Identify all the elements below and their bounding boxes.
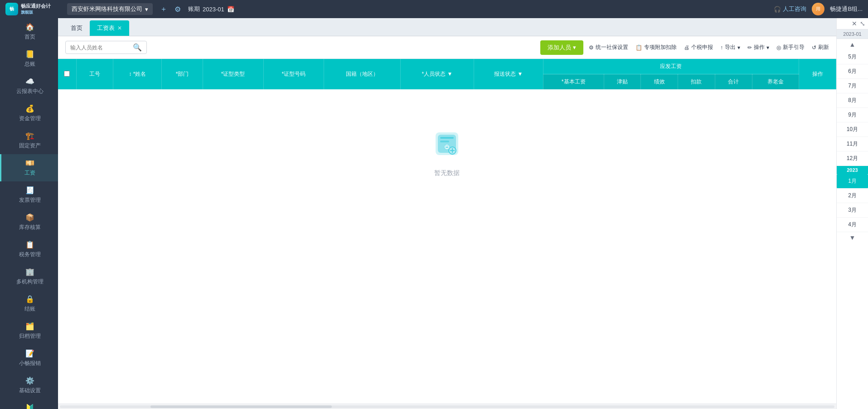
month-4[interactable]: 4月 bbox=[837, 218, 868, 232]
tab-salary-table[interactable]: 工资表 ✕ bbox=[90, 20, 129, 36]
sidebar-item-cloud-report[interactable]: ☁️ 云报表中心 bbox=[0, 73, 58, 100]
select-all-checkbox[interactable] bbox=[64, 71, 70, 77]
sidebar-item-guide[interactable]: 🔰 新手引导 bbox=[0, 399, 58, 409]
tab-close-icon[interactable]: ✕ bbox=[117, 25, 122, 31]
month-7[interactable]: 7月 bbox=[837, 79, 868, 93]
sidebar-item-expense[interactable]: 📝 小畅报销 bbox=[0, 345, 58, 372]
tab-home[interactable]: 首页 bbox=[63, 20, 90, 36]
sidebar-item-multi-org[interactable]: 🏢 多机构管理 bbox=[0, 263, 58, 290]
sidebar-item-close[interactable]: 🔒 结账 bbox=[0, 290, 58, 317]
content-area: 首页 工资表 ✕ 🔍 添加人员 ▾ ⚙ 统一社保设置 bbox=[58, 18, 836, 409]
sidebar-label-settings: 基础设置 bbox=[19, 387, 41, 394]
inventory-icon: 📦 bbox=[25, 213, 34, 222]
sidebar-label-multi-org: 多机构管理 bbox=[16, 278, 44, 286]
user-avatar[interactable]: 用 bbox=[812, 3, 824, 15]
panel-expand-icon[interactable]: ⤡ bbox=[860, 20, 865, 27]
empty-text: 暂无数据 bbox=[434, 169, 460, 177]
logo-area: 畅 畅应通好会计 旗舰版 bbox=[5, 3, 63, 15]
period-label: 账期 bbox=[188, 5, 200, 13]
tax-report-icon: 🖨 bbox=[684, 44, 689, 51]
month-10[interactable]: 10月 bbox=[837, 122, 868, 137]
main-layout: 🏠 首页 📒 总账 ☁️ 云报表中心 💰 资金管理 🏗️ 固定资产 💴 工资 🧾… bbox=[0, 18, 868, 409]
asset-icon: 🏗️ bbox=[25, 131, 34, 140]
month-5[interactable]: 5月 bbox=[837, 50, 868, 64]
company-selector[interactable]: 西安虾米网络科技有限公司 ▾ bbox=[67, 3, 153, 15]
date-panel-header: 2023-01 bbox=[837, 29, 868, 39]
app-name: 畅应通好会计 bbox=[21, 3, 51, 9]
month-12[interactable]: 12月 bbox=[837, 151, 868, 166]
period-value: 2023-01 bbox=[203, 6, 224, 13]
social-security-button[interactable]: ⚙ 统一社保设置 bbox=[589, 44, 628, 51]
month-1[interactable]: 1月 bbox=[837, 174, 868, 189]
date-nav-up[interactable]: ▲ bbox=[837, 39, 868, 50]
calendar-icon[interactable]: 📅 bbox=[227, 6, 234, 13]
refresh-icon: ↺ bbox=[812, 44, 816, 51]
sidebar-item-asset[interactable]: 🏗️ 固定资产 bbox=[0, 127, 58, 154]
date-nav-down[interactable]: ▼ bbox=[837, 232, 868, 243]
scrollbar-thumb[interactable] bbox=[150, 405, 332, 408]
sidebar-label-expense: 小畅报销 bbox=[19, 360, 41, 367]
export-dropdown-icon: ▾ bbox=[737, 44, 740, 51]
operation-icon: ✏ bbox=[747, 44, 752, 51]
add-company-button[interactable]: ＋ bbox=[158, 3, 169, 16]
refresh-button[interactable]: ↺ 刷新 bbox=[812, 44, 829, 51]
user-name: 畅捷通B组... bbox=[830, 5, 863, 13]
sidebar-item-inventory[interactable]: 📦 库存核算 bbox=[0, 209, 58, 236]
header-right: 🎧 人工咨询 用 畅捷通B组... bbox=[774, 3, 863, 15]
month-9[interactable]: 9月 bbox=[837, 108, 868, 122]
sidebar-item-invoice[interactable]: 🧾 发票管理 bbox=[0, 181, 58, 209]
th-action: 操作 bbox=[799, 59, 836, 89]
sidebar-item-fund[interactable]: 💰 资金管理 bbox=[0, 100, 58, 127]
panel-top-controls: ✕ ⤡ bbox=[837, 18, 868, 29]
th-pension: 养老金 bbox=[752, 74, 799, 90]
th-person-status: *人员状态 ▼ bbox=[401, 59, 474, 89]
sidebar-item-settings[interactable]: ⚙️ 基础设置 bbox=[0, 372, 58, 399]
sidebar-item-salary[interactable]: 💴 工资 bbox=[0, 154, 58, 181]
month-8[interactable]: 8月 bbox=[837, 93, 868, 108]
th-salary-group: 应发工资 bbox=[543, 59, 799, 74]
archive-icon: 🗂️ bbox=[25, 322, 34, 331]
scrollbar-area[interactable] bbox=[58, 404, 836, 409]
sidebar: 🏠 首页 📒 总账 ☁️ 云报表中心 💰 资金管理 🏗️ 固定资产 💴 工资 🧾… bbox=[0, 18, 58, 409]
search-input[interactable] bbox=[70, 44, 130, 51]
add-person-label: 添加人员 bbox=[548, 44, 571, 52]
month-2[interactable]: 2月 bbox=[837, 189, 868, 203]
month-11[interactable]: 11月 bbox=[837, 137, 868, 151]
export-icon: ↑ bbox=[720, 44, 723, 51]
fund-icon: 💰 bbox=[25, 104, 34, 113]
tax-report-button[interactable]: 🖨 个税申报 bbox=[684, 44, 713, 51]
sidebar-item-archive[interactable]: 🗂️ 归档管理 bbox=[0, 317, 58, 345]
chevron-down-icon: ▾ bbox=[145, 6, 148, 13]
period-info: 账期 2023-01 📅 bbox=[188, 5, 234, 13]
guide-icon: 🔰 bbox=[25, 404, 34, 409]
salary-icon: 💴 bbox=[25, 159, 34, 167]
sidebar-item-ledger[interactable]: 📒 总账 bbox=[0, 45, 58, 73]
new-guide-button[interactable]: ◎ 新手引导 bbox=[776, 44, 805, 51]
sidebar-item-tax[interactable]: 📋 税务管理 bbox=[0, 236, 58, 263]
sidebar-item-home[interactable]: 🏠 首页 bbox=[0, 18, 58, 45]
service-label: 人工咨询 bbox=[783, 5, 806, 13]
export-button[interactable]: ↑ 导出 ▾ bbox=[720, 44, 740, 51]
special-deduction-button[interactable]: 📋 专项附加扣除 bbox=[635, 44, 677, 51]
th-id-type: *证型类型 bbox=[203, 59, 263, 89]
app-version: 旗舰版 bbox=[21, 10, 51, 15]
sidebar-label-archive: 归档管理 bbox=[19, 332, 41, 340]
th-id: 工号 bbox=[76, 59, 113, 89]
settings-icon[interactable]: ⚙ bbox=[173, 3, 183, 15]
operation-dropdown-icon: ▾ bbox=[766, 44, 769, 51]
current-year-period: 2023-01 bbox=[843, 31, 861, 37]
sidebar-label-ledger: 总账 bbox=[24, 60, 35, 68]
svg-point-7 bbox=[444, 144, 450, 150]
th-total: 合计 bbox=[715, 74, 752, 90]
operation-button[interactable]: ✏ 操作 ▾ bbox=[747, 44, 769, 51]
add-person-button[interactable]: 添加人员 ▾ bbox=[540, 40, 583, 55]
month-6[interactable]: 6月 bbox=[837, 64, 868, 79]
panel-close-icon[interactable]: ✕ bbox=[852, 20, 857, 27]
company-name: 西安虾米网络科技有限公司 bbox=[72, 5, 142, 13]
th-checkbox[interactable] bbox=[58, 59, 76, 89]
service-button[interactable]: 🎧 人工咨询 bbox=[774, 5, 806, 13]
th-country: 国籍（地区） bbox=[324, 59, 401, 89]
month-3[interactable]: 3月 bbox=[837, 203, 868, 218]
sidebar-label-tax: 税务管理 bbox=[19, 251, 41, 258]
svg-point-8 bbox=[446, 146, 446, 146]
